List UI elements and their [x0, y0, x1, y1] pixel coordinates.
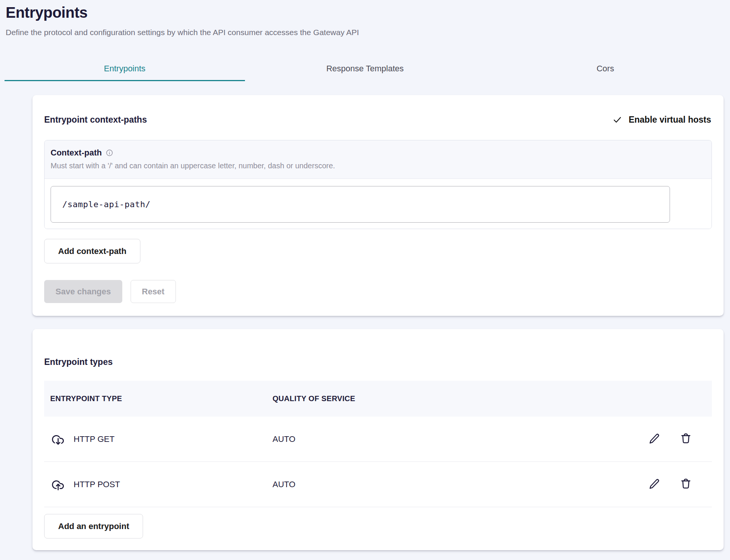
entrypoint-types-table: ENTRYPOINT TYPE QUALITY OF SERVICE [44, 381, 712, 507]
column-header-entrypoint-type: ENTRYPOINT TYPE [44, 394, 273, 403]
tab-cors-label: Cors [596, 64, 614, 74]
cloud-download-icon [50, 432, 66, 446]
context-path-field-head: Context-path Must start with a '/' and c… [45, 140, 712, 179]
entrypoint-type-label: HTTP POST [74, 480, 120, 489]
entrypoint-type-label: HTTP GET [74, 434, 114, 444]
pencil-icon [648, 432, 661, 446]
add-entrypoint-label: Add an entrypoint [58, 522, 129, 531]
table-header-row: ENTRYPOINT TYPE QUALITY OF SERVICE [44, 381, 712, 417]
form-actions-row: Save changes Reset [44, 280, 712, 303]
context-paths-card-title: Entrypoint context-paths [44, 115, 147, 125]
tab-response-templates[interactable]: Response Templates [245, 56, 485, 81]
context-path-field-body [45, 179, 712, 229]
tab-bar: Entrypoints Response Templates Cors [0, 56, 730, 81]
context-path-hint: Must start with a '/' and can contain an… [51, 162, 705, 170]
context-path-label: Context-path [51, 148, 102, 158]
trash-icon [679, 432, 692, 446]
qos-value: AUTO [273, 434, 647, 444]
delete-entrypoint-button[interactable] [678, 431, 694, 448]
save-changes-button[interactable]: Save changes [44, 280, 122, 303]
entrypoint-types-card: Entrypoint types ENTRYPOINT TYPE QUALITY… [32, 329, 724, 550]
add-entrypoint-button[interactable]: Add an entrypoint [44, 514, 143, 538]
table-row-http-get: HTTP GET AUTO [44, 417, 712, 462]
reset-label: Reset [142, 287, 165, 297]
enable-virtual-hosts-label: Enable virtual hosts [628, 115, 711, 125]
page-header: Entrypoints Define the protocol and conf… [0, 4, 730, 37]
add-context-path-button[interactable]: Add context-path [44, 239, 140, 263]
check-icon [612, 115, 622, 125]
page-subtitle: Define the protocol and configuration se… [6, 27, 724, 37]
edit-entrypoint-button[interactable] [647, 431, 662, 448]
save-changes-label: Save changes [55, 287, 111, 297]
info-icon[interactable] [106, 149, 113, 157]
enable-virtual-hosts-button[interactable]: Enable virtual hosts [611, 113, 712, 126]
tab-entrypoints-label: Entrypoints [104, 64, 145, 74]
column-header-quality-of-service: QUALITY OF SERVICE [273, 394, 712, 403]
cloud-upload-icon [50, 478, 66, 491]
table-row-http-post: HTTP POST AUTO [44, 462, 712, 507]
tab-cors[interactable]: Cors [485, 56, 725, 81]
reset-button[interactable]: Reset [131, 280, 176, 303]
entrypoint-types-title: Entrypoint types [44, 357, 712, 367]
context-path-input[interactable] [51, 186, 670, 223]
trash-icon [679, 477, 692, 491]
tab-response-templates-label: Response Templates [326, 64, 404, 74]
add-context-path-label: Add context-path [58, 246, 126, 256]
page-title: Entrypoints [6, 4, 724, 21]
context-paths-card: Entrypoint context-paths Enable virtual … [32, 95, 724, 316]
tab-entrypoints[interactable]: Entrypoints [5, 56, 245, 81]
context-path-field-block: Context-path Must start with a '/' and c… [44, 140, 712, 229]
delete-entrypoint-button[interactable] [678, 476, 694, 493]
entrypoints-page: Entrypoints Define the protocol and conf… [0, 0, 730, 560]
pencil-icon [648, 478, 661, 491]
qos-value: AUTO [273, 480, 647, 489]
edit-entrypoint-button[interactable] [647, 476, 662, 493]
